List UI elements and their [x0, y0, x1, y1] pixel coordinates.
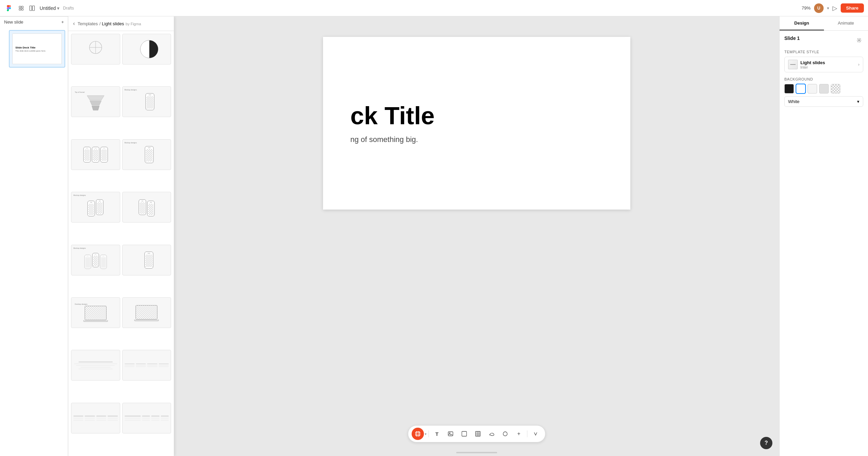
slide-canvas[interactable]: ck Title ng of something big. — [323, 37, 630, 210]
tmpl-circle-half — [123, 34, 171, 64]
tmpl-phone-single: Mockup designs — [123, 87, 171, 117]
templates-grid: Top of funnel Mockup designs — [68, 31, 174, 456]
template-item[interactable]: Desktop designs — [71, 297, 120, 328]
template-item[interactable] — [122, 297, 171, 328]
template-name: Light slides — [800, 60, 855, 65]
slide-thumbnail[interactable]: Slide Deck Title The slide deck subtitle… — [9, 30, 65, 68]
toolbar-separator-2 — [527, 430, 528, 437]
template-item[interactable]: Mockup designs — [122, 86, 171, 117]
avatar-chevron[interactable]: ▾ — [827, 6, 829, 11]
breadcrumb-current: Light slides — [102, 21, 124, 26]
tmpl-laptop-v2 — [123, 298, 171, 328]
background-value: White — [788, 99, 799, 104]
slide-subtitle: ng of something big. — [350, 135, 435, 144]
image-tool-button[interactable] — [445, 428, 457, 440]
template-item[interactable]: Mockup designs — [71, 192, 120, 223]
share-button[interactable]: Share — [841, 3, 864, 13]
template-style-selector[interactable]: Light slides Inter › — [784, 57, 863, 72]
template-item[interactable] — [122, 34, 171, 65]
template-item[interactable] — [71, 350, 120, 381]
back-button[interactable]: ‹ — [73, 20, 75, 27]
tmpl-two-phones: Mockup designs — [71, 192, 120, 222]
bg-swatch-custom[interactable] — [831, 84, 840, 94]
template-item[interactable] — [71, 34, 120, 65]
svg-marker-11 — [90, 101, 101, 105]
pen-tool-button[interactable] — [486, 428, 498, 440]
slide-content: ck Title ng of something big. — [350, 102, 435, 144]
tmpl-funnel: Top of funnel — [71, 87, 120, 117]
slide-section-label: Slide 1 — [784, 35, 800, 41]
svg-rect-21 — [476, 431, 480, 436]
file-location: Drafts — [63, 6, 74, 11]
frame-tool-button[interactable] — [412, 428, 424, 440]
template-chevron-icon: › — [858, 62, 859, 67]
tmpl-three-phones-v2: Mockup designs — [71, 245, 120, 275]
template-item[interactable] — [122, 403, 171, 433]
bg-swatch-white[interactable] — [796, 84, 806, 94]
right-panel-body: Slide 1 Template style Light slide — [780, 31, 868, 456]
grid-icon[interactable] — [27, 3, 37, 13]
tmpl-phone-right: Mockup designs — [123, 140, 171, 170]
tab-design[interactable]: Design — [780, 16, 824, 30]
background-swatches — [784, 84, 863, 94]
add-element-button[interactable]: + — [513, 428, 525, 440]
template-style-section-label: Template style — [784, 50, 863, 54]
tmpl-data-multi — [123, 403, 171, 433]
help-button[interactable]: ? — [760, 437, 772, 449]
templates-author: by Figma — [126, 22, 141, 26]
right-panel-tabs: Design Animate — [780, 16, 868, 31]
background-dropdown[interactable]: White ▾ — [784, 96, 863, 107]
template-item[interactable] — [71, 139, 120, 170]
slide-settings-button[interactable] — [855, 36, 863, 44]
template-item[interactable] — [71, 403, 120, 433]
zoom-level[interactable]: 79% — [802, 5, 811, 11]
svg-rect-2 — [19, 9, 21, 10]
tmpl-data-cols — [71, 403, 120, 433]
template-item[interactable] — [122, 350, 171, 381]
layers-icon[interactable] — [16, 3, 26, 13]
text-tool-button[interactable]: T — [431, 428, 443, 440]
template-item[interactable]: Mockup designs — [71, 245, 120, 275]
slides-panel: New slide + 1 Slide Deck Title The slide… — [0, 16, 68, 456]
template-item[interactable] — [122, 192, 171, 223]
bg-swatch-light[interactable] — [808, 84, 817, 94]
top-bar: Untitled ▾ Drafts 79% U ▾ ▷ Share — [0, 0, 868, 16]
bg-dropdown-chevron: ▾ — [857, 99, 859, 104]
breadcrumb: Templates / Light slides by Figma — [78, 20, 141, 27]
nav-icons — [16, 3, 37, 13]
template-item[interactable]: Mockup designs — [122, 139, 171, 170]
table-tool-button[interactable] — [472, 428, 484, 440]
svg-marker-12 — [92, 106, 99, 110]
topbar-right: 79% U ▾ ▷ Share — [802, 3, 864, 13]
bg-swatch-dark[interactable] — [784, 84, 794, 94]
figma-logo[interactable] — [4, 3, 14, 13]
svg-point-26 — [503, 432, 507, 436]
templates-header: ‹ Templates / Light slides by Figma — [68, 16, 174, 31]
shape-tool-button[interactable] — [458, 428, 471, 440]
circle-tool-button[interactable] — [499, 428, 512, 440]
template-font: Inter — [800, 65, 855, 69]
tmpl-diagram — [71, 34, 120, 64]
svg-point-19 — [449, 433, 450, 434]
svg-rect-0 — [19, 6, 21, 8]
tmpl-text-layout — [71, 350, 120, 380]
tab-animate[interactable]: Animate — [824, 16, 868, 30]
template-item[interactable]: Top of funnel — [71, 86, 120, 117]
template-item[interactable] — [122, 245, 171, 275]
background-section-label: Background — [784, 77, 863, 81]
file-title[interactable]: Untitled ▾ — [40, 5, 59, 11]
slide-title: ck Title — [350, 102, 435, 129]
bg-swatch-gray[interactable] — [819, 84, 829, 94]
main-layout: New slide + 1 Slide Deck Title The slide… — [0, 16, 868, 456]
more-tools-button[interactable] — [530, 428, 542, 440]
right-panel: Design Animate Slide 1 Template style — [779, 16, 868, 456]
slide-thumb-content: Slide Deck Title The slide deck subtitle… — [12, 33, 62, 64]
user-avatar[interactable]: U — [814, 3, 824, 13]
template-style-preview — [788, 60, 798, 69]
present-button[interactable]: ▷ — [832, 4, 837, 12]
tmpl-laptop: Desktop designs — [71, 298, 120, 328]
add-slide-button[interactable]: New slide + — [0, 16, 68, 27]
frame-dropdown-arrow[interactable]: ▾ — [425, 432, 426, 436]
new-slide-label: New slide — [4, 19, 23, 25]
tmpl-one-phone-right — [123, 245, 171, 275]
